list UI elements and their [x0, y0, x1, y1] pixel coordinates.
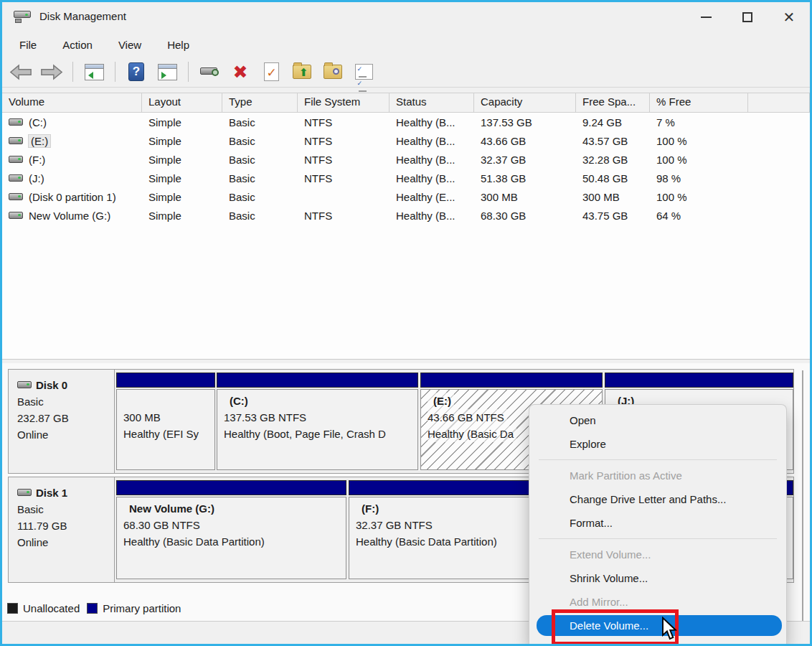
disk-size: 232.87 GB	[17, 410, 114, 426]
cell-free: 43.75 GB	[576, 206, 650, 225]
window-title: Disk Management	[39, 10, 126, 22]
cell-pct: 7 %	[650, 113, 748, 131]
toolbar-separator	[115, 62, 115, 82]
minimize-button[interactable]	[685, 2, 727, 32]
volume-drive-icon	[9, 212, 23, 219]
partition-newvolumeg[interactable]: New Volume (G:)68.30 GB NTFSHealthy (Bas…	[116, 480, 346, 579]
mouse-cursor	[659, 617, 679, 644]
partition-status: Healthy (Boot, Page File, Crash D	[224, 426, 417, 442]
table-row[interactable]: New Volume (G:)SimpleBasicNTFSHealthy (B…	[2, 206, 810, 225]
partition-type-bar	[116, 480, 346, 495]
menu-view[interactable]: View	[108, 36, 151, 54]
legend-item-unallocated: Unallocated	[7, 602, 80, 614]
cell-layout: Simple	[142, 187, 222, 206]
volume-table-header: VolumeLayoutTypeFile SystemStatusCapacit…	[2, 93, 810, 113]
cell-type: Basic	[222, 131, 298, 150]
cell-capacity: 137.53 GB	[474, 113, 576, 131]
title-bar: Disk Management ✕	[2, 2, 810, 32]
column-header-blank[interactable]	[748, 93, 810, 113]
volume-name: (J:)	[29, 172, 44, 184]
cell-layout: Simple	[142, 150, 222, 169]
action-pane-icon[interactable]	[154, 60, 180, 83]
cell-status: Healthy (E...	[390, 187, 474, 206]
properties-icon[interactable]: ✓✓	[351, 60, 377, 83]
volume-context-menu: OpenExploreMark Partition as ActiveChang…	[529, 404, 787, 644]
menu-action[interactable]: Action	[52, 36, 103, 54]
back-icon[interactable]	[8, 60, 34, 83]
cell-type: Basic	[222, 150, 298, 169]
volume-drive-icon	[9, 118, 23, 126]
context-menu-item-extend-volume: Extend Volume...	[529, 543, 786, 566]
help-icon[interactable]: ?	[123, 60, 149, 83]
cell-free: 300 MB	[576, 187, 650, 206]
disk-rescan-icon[interactable]	[197, 60, 222, 83]
partition-size: 43.66 GB NTFS	[428, 409, 507, 426]
menu-file[interactable]: File	[9, 36, 47, 54]
context-menu-item-mark-partition-as-active: Mark Partition as Active	[529, 464, 786, 487]
volume-name: (C:)	[29, 116, 47, 128]
cell-capacity: 300 MB	[474, 187, 576, 206]
context-menu-item-shrink-volume[interactable]: Shrink Volume...	[529, 566, 786, 590]
disk-drive-icon	[14, 11, 32, 22]
cell-layout: Simple	[142, 113, 222, 131]
cell-layout: Simple	[142, 206, 222, 225]
partition-title: (E:)	[428, 393, 454, 409]
forward-icon[interactable]	[39, 60, 65, 83]
partition-title	[123, 393, 214, 409]
table-row[interactable]: (J:)SimpleBasicNTFSHealthy (B...51.38 GB…	[2, 169, 810, 187]
cell-pct: 98 %	[650, 169, 748, 187]
partition-body: New Volume (G:)68.30 GB NTFSHealthy (Bas…	[116, 497, 346, 579]
disk-management-window: Disk Management ✕ FileActionViewHelp ? ✖…	[0, 0, 812, 646]
close-icon: ✕	[783, 10, 796, 24]
disk-icon	[17, 381, 32, 388]
folder-search-icon[interactable]	[320, 60, 346, 83]
column-header-layout[interactable]: Layout	[142, 93, 222, 113]
column-header--free[interactable]: % Free	[650, 93, 748, 113]
table-row[interactable]: (E:)SimpleBasicNTFSHealthy (B...43.66 GB…	[2, 131, 810, 150]
cell-volume: New Volume (G:)	[2, 206, 142, 225]
column-header-status[interactable]: Status	[390, 93, 474, 113]
partition-body: (C:)137.53 GB NTFSHealthy (Boot, Page Fi…	[217, 389, 418, 470]
minimize-icon	[701, 17, 712, 18]
maximize-button[interactable]	[727, 2, 768, 32]
partition-title: New Volume (G:)	[123, 500, 346, 517]
column-header-capacity[interactable]: Capacity	[474, 93, 576, 113]
cell-capacity: 51.38 GB	[474, 169, 576, 187]
menu-separator	[539, 538, 777, 539]
disk-label-1[interactable]: Disk 1Basic111.79 GBOnline	[9, 477, 115, 582]
column-header-free-spa-[interactable]: Free Spa...	[576, 93, 650, 113]
console-tree-icon[interactable]	[81, 60, 107, 83]
context-menu-item-open[interactable]: Open	[529, 408, 786, 432]
partition-size: 68.30 GB NTFS	[123, 517, 346, 533]
partition-type-bar	[217, 373, 418, 388]
column-header-volume[interactable]: Volume	[2, 93, 142, 113]
column-header-type[interactable]: Type	[222, 93, 298, 113]
partition[interactable]: 300 MBHealthy (EFI Sy	[116, 373, 215, 470]
table-row[interactable]: (C:)SimpleBasicNTFSHealthy (B...137.53 G…	[2, 113, 810, 131]
menu-help[interactable]: Help	[157, 36, 199, 54]
partition-c[interactable]: (C:)137.53 GB NTFSHealthy (Boot, Page Fi…	[217, 373, 418, 470]
delete-icon[interactable]: ✖	[227, 60, 253, 83]
disk-name: Disk 0	[36, 377, 67, 393]
disk-label-0[interactable]: Disk 0Basic232.87 GBOnline	[9, 370, 115, 473]
close-button[interactable]: ✕	[768, 2, 810, 32]
context-menu-item-explore[interactable]: Explore	[529, 432, 786, 456]
cell-free: 9.24 GB	[576, 113, 650, 131]
disk-state: Online	[17, 426, 114, 443]
cell-pct: 100 %	[650, 131, 748, 150]
pane-scroll-edge	[802, 370, 803, 629]
table-row[interactable]: (F:)SimpleBasicNTFSHealthy (B...32.37 GB…	[2, 150, 810, 169]
cell-fs: NTFS	[298, 131, 390, 150]
context-menu-item-change-drive-letter-and-paths[interactable]: Change Drive Letter and Paths...	[529, 487, 786, 511]
table-row[interactable]: (Disk 0 partition 1)SimpleBasicHealthy (…	[2, 187, 810, 206]
script-check-icon[interactable]	[258, 60, 284, 83]
column-header-file-system[interactable]: File System	[298, 93, 390, 113]
legend-label: Unallocated	[23, 602, 80, 614]
folder-up-icon[interactable]: ⬆	[289, 60, 315, 83]
cell-volume: (E:)	[2, 131, 142, 150]
toolbar-separator	[188, 62, 189, 82]
context-menu-item-format[interactable]: Format...	[529, 511, 786, 535]
cell-status: Healthy (B...	[390, 113, 474, 131]
volume-table-body: (C:)SimpleBasicNTFSHealthy (B...137.53 G…	[2, 113, 810, 359]
legend-item-primary-partition: Primary partition	[87, 602, 181, 614]
